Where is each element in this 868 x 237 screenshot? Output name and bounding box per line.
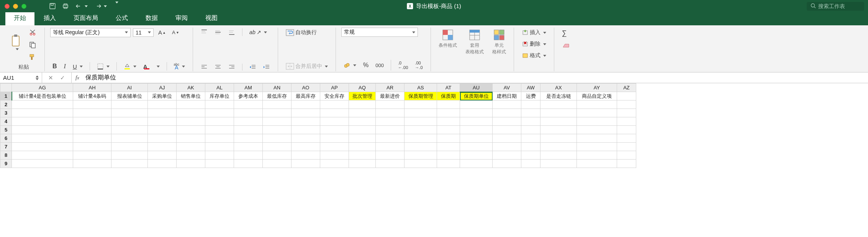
cell[interactable] [263,109,292,117]
tab-开始[interactable]: 开始 [5,11,34,25]
cell[interactable] [376,143,405,151]
copy-button[interactable] [27,40,39,50]
cell[interactable] [376,117,405,126]
format-painter-button[interactable] [27,52,39,62]
tab-页面布局[interactable]: 页面布局 [65,11,106,25]
cell[interactable] [437,100,460,109]
column-header[interactable]: AP [320,84,349,92]
cell[interactable] [148,134,177,143]
cell[interactable] [12,100,73,109]
select-all-corner[interactable] [0,84,12,92]
cell[interactable] [437,126,460,134]
align-middle-icon[interactable] [212,28,224,37]
column-header[interactable]: AQ [349,84,376,92]
decrease-font-icon[interactable]: A▾ [170,28,181,37]
underline-button[interactable]: U [70,62,85,71]
cell[interactable]: 最新进价 [376,92,405,100]
cell[interactable] [617,100,636,109]
fx-label[interactable]: fx [72,74,83,81]
row-header[interactable]: 6 [0,134,12,143]
cell[interactable] [111,109,148,117]
align-left-icon[interactable] [198,63,210,71]
cell[interactable] [292,109,320,117]
phonetic-button[interactable]: abcA [172,61,188,71]
cell[interactable] [12,109,73,117]
sheet-search[interactable] [807,2,864,11]
cell[interactable] [437,160,460,168]
cell[interactable] [320,160,349,168]
cell[interactable] [540,100,577,109]
row-header[interactable]: 2 [0,100,12,109]
row-header[interactable]: 8 [0,151,12,160]
cell[interactable] [577,100,617,109]
row-header[interactable]: 1 [0,92,12,100]
cell[interactable] [521,151,540,160]
cell[interactable] [540,134,577,143]
cell[interactable] [234,109,263,117]
row-header[interactable]: 3 [0,109,12,117]
cell[interactable] [111,134,148,143]
cell[interactable] [111,160,148,168]
cell[interactable] [73,143,111,151]
column-header[interactable]: AX [540,84,577,92]
cell[interactable] [617,117,636,126]
cell[interactable] [263,117,292,126]
cell[interactable]: 是否走冻链 [540,92,577,100]
cell[interactable] [234,143,263,151]
cell[interactable] [292,160,320,168]
cell[interactable] [12,151,73,160]
namebox-stepper-icon[interactable] [36,76,39,80]
cell[interactable] [405,143,437,151]
format-as-table-button[interactable]: 套用 表格格式 [463,28,486,56]
cell[interactable] [205,100,234,109]
cell[interactable] [617,143,636,151]
bold-button[interactable]: B [50,61,59,71]
cell[interactable] [73,134,111,143]
cell[interactable] [148,117,177,126]
cell[interactable] [177,126,205,134]
row-header[interactable]: 9 [0,160,12,168]
font-color-button[interactable]: A [141,62,162,71]
cell[interactable]: 运费 [521,92,540,100]
cell[interactable] [376,160,405,168]
cell[interactable] [320,117,349,126]
column-header[interactable]: AZ [617,84,636,92]
cell[interactable]: 批次管理 [349,92,376,100]
column-header[interactable]: AR [376,84,405,92]
format-cells-button[interactable]: 格式 [519,51,549,61]
cell[interactable] [437,117,460,126]
cell[interactable] [617,134,636,143]
cell[interactable] [263,134,292,143]
cell[interactable] [111,100,148,109]
column-header[interactable]: AM [234,84,263,92]
cell[interactable] [437,134,460,143]
cell[interactable] [263,143,292,151]
column-header[interactable]: AU [460,84,493,92]
cell[interactable] [349,160,376,168]
cell[interactable] [405,126,437,134]
cell[interactable] [460,160,493,168]
font-family-select[interactable]: 等线 Regular (正文) [50,28,131,37]
cell[interactable] [521,109,540,117]
cell[interactable] [205,143,234,151]
cell[interactable]: 采购单位 [148,92,177,100]
paste-button[interactable] [8,33,25,57]
redo-icon[interactable] [95,3,107,9]
cell[interactable] [73,109,111,117]
spreadsheet-grid[interactable]: AGAHAIAJAKALAMANAOAPAQARASATAUAVAWAXAYAZ… [0,83,636,168]
cell[interactable] [577,109,617,117]
cell[interactable] [148,143,177,151]
cell[interactable] [263,151,292,160]
cell[interactable] [405,151,437,160]
cell[interactable] [73,100,111,109]
cell[interactable] [205,160,234,168]
cell[interactable] [320,126,349,134]
cell[interactable] [292,143,320,151]
cell[interactable]: 保质期单位 [460,92,493,100]
cell[interactable] [376,151,405,160]
cell[interactable] [111,151,148,160]
cell[interactable] [577,160,617,168]
autosum-button[interactable]: ∑ [560,28,569,39]
row-header[interactable]: 4 [0,117,12,126]
cell[interactable] [405,109,437,117]
